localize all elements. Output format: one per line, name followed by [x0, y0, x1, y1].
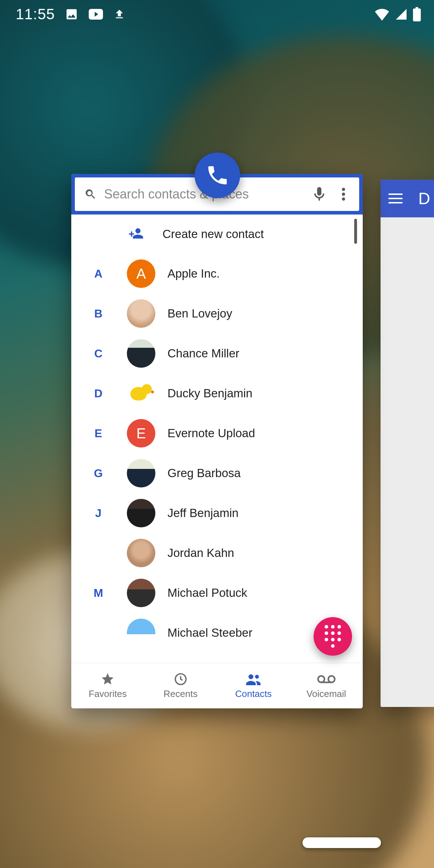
status-bar: 11:55	[0, 0, 434, 33]
contact-row[interactable]: DDucky Benjamin	[71, 373, 363, 413]
hamburger-icon[interactable]	[388, 193, 403, 203]
add-contact-icon	[127, 227, 144, 241]
contact-name: Evernote Upload	[167, 427, 255, 440]
contacts-list[interactable]: Create new contact AAApple Inc.BBen Love…	[71, 215, 363, 663]
svg-point-6	[255, 675, 259, 679]
cell-signal-icon	[395, 8, 408, 21]
bottom-nav: Favorites Recents Contacts Voicemail	[71, 663, 363, 708]
nav-recents[interactable]: Recents	[144, 663, 217, 708]
section-letter: J	[88, 507, 109, 520]
voicemail-icon	[317, 672, 336, 686]
nav-contacts[interactable]: Contacts	[217, 663, 290, 708]
battery-icon	[413, 7, 421, 21]
nav-recents-label: Recents	[164, 688, 197, 699]
contact-name: Greg Barbosa	[167, 466, 241, 480]
section-letter: G	[88, 467, 109, 480]
contact-name: Apple Inc.	[167, 267, 220, 280]
image-icon	[65, 7, 78, 21]
dialpad-icon	[325, 625, 341, 648]
svg-point-1	[342, 188, 345, 191]
scroll-thumb[interactable]	[354, 219, 357, 244]
avatar	[127, 379, 155, 408]
contact-row[interactable]: MMichael Potuck	[71, 573, 363, 613]
phone-app-card[interactable]: Search contacts & places Create new cont…	[71, 174, 363, 708]
section-letter: E	[88, 427, 109, 440]
avatar	[127, 499, 155, 527]
contact-name: Ducky Benjamin	[167, 387, 252, 400]
contact-row[interactable]: JJeff Benjamin	[71, 493, 363, 533]
contact-row[interactable]: BBen Lovejoy	[71, 294, 363, 334]
avatar: E	[127, 419, 155, 448]
contact-name: Chance Miller	[167, 347, 239, 360]
wifi-icon	[374, 8, 390, 21]
create-contact-row[interactable]: Create new contact	[71, 215, 363, 254]
section-letter: D	[88, 387, 109, 400]
background-app-card[interactable]: D	[381, 180, 434, 707]
contact-name: Jordan Kahn	[167, 546, 234, 560]
background-app-header: D	[381, 180, 434, 217]
contact-name: Ben Lovejoy	[167, 307, 232, 320]
section-letter: B	[88, 307, 109, 320]
avatar	[127, 579, 155, 607]
contact-name: Jeff Benjamin	[167, 506, 238, 520]
section-letter: A	[88, 267, 109, 280]
contact-row[interactable]: CChance Miller	[71, 334, 363, 373]
nav-voicemail-label: Voicemail	[306, 688, 346, 699]
people-icon	[245, 672, 262, 686]
create-contact-label: Create new contact	[162, 227, 264, 241]
svg-point-5	[249, 674, 254, 679]
svg-point-7	[318, 676, 324, 682]
contact-row[interactable]: GGreg Barbosa	[71, 453, 363, 493]
svg-point-3	[342, 197, 345, 201]
nav-contacts-label: Contacts	[235, 688, 272, 699]
status-time: 11:55	[16, 6, 55, 23]
avatar: A	[127, 259, 155, 288]
dialpad-fab[interactable]	[314, 617, 352, 656]
background-app-title: D	[418, 189, 430, 208]
clock-icon	[174, 672, 188, 686]
avatar	[127, 539, 155, 567]
contact-row[interactable]: Jordan Kahn	[71, 533, 363, 573]
contact-name: Michael Steeber	[167, 626, 252, 640]
nav-voicemail[interactable]: Voicemail	[290, 663, 363, 708]
avatar	[127, 459, 155, 487]
avatar	[127, 299, 155, 328]
star-icon	[100, 672, 115, 686]
search-icon[interactable]	[80, 184, 101, 205]
svg-point-8	[328, 676, 335, 682]
section-letter: C	[88, 347, 109, 360]
youtube-icon	[88, 9, 103, 20]
nav-favorites-label: Favorites	[89, 688, 127, 699]
upload-icon	[113, 7, 125, 21]
avatar	[127, 339, 155, 368]
svg-point-2	[342, 193, 345, 196]
phone-app-icon[interactable]	[195, 153, 240, 198]
section-letter: M	[88, 587, 109, 600]
contact-name: Michael Potuck	[167, 586, 247, 600]
home-indicator[interactable]	[303, 837, 381, 848]
nav-favorites[interactable]: Favorites	[71, 663, 144, 708]
mic-icon[interactable]	[309, 184, 330, 205]
contact-row[interactable]: AAApple Inc.	[71, 254, 363, 294]
avatar	[127, 619, 155, 647]
contact-row[interactable]: EEEvernote Upload	[71, 413, 363, 453]
overflow-menu-icon[interactable]	[333, 184, 354, 205]
